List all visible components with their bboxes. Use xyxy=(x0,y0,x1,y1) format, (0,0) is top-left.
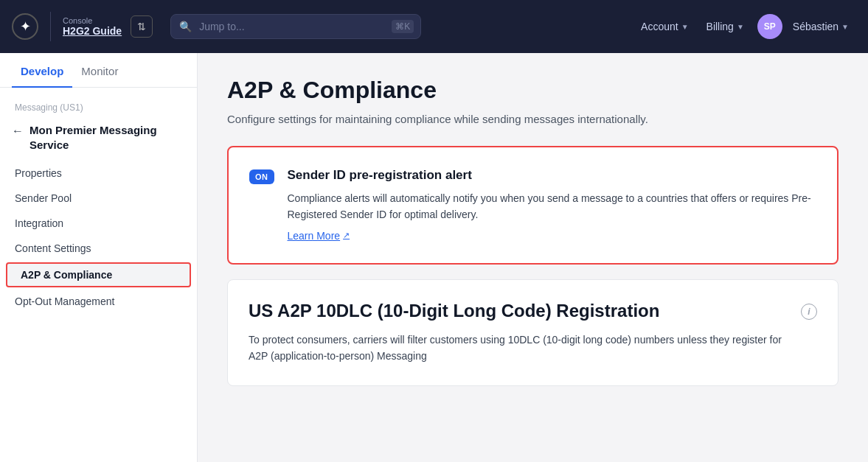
account-arrow-icon: ▼ xyxy=(681,23,689,31)
topnav: ✦ Console H2G2 Guide ⇅ 🔍 ⌘K Account ▼ Bi… xyxy=(0,0,868,53)
billing-label: Billing xyxy=(706,21,734,32)
a2p-body: To protect consumers, carriers will filt… xyxy=(249,332,801,365)
info-icon[interactable]: i xyxy=(801,304,817,320)
sender-id-title: Sender ID pre-registration alert xyxy=(288,168,817,183)
page-title: A2P & Compliance xyxy=(227,77,839,104)
console-label: Console xyxy=(63,16,122,25)
switcher-icon: ⇅ xyxy=(137,21,146,32)
sidebar-service: ← Mon Premier Messaging Service xyxy=(0,119,197,161)
user-avatar[interactable]: SP xyxy=(757,14,782,39)
sender-id-card-content: Sender ID pre-registration alert Complia… xyxy=(288,168,817,242)
back-arrow-icon[interactable]: ← xyxy=(12,125,24,138)
sidebar-item-opt-out[interactable]: Opt-Out Management xyxy=(0,289,197,314)
user-menu[interactable]: Sébastien ▼ xyxy=(785,16,856,37)
tab-monitor[interactable]: Monitor xyxy=(72,53,127,88)
sender-id-body: Compliance alerts will automatically not… xyxy=(288,190,817,223)
topnav-right: Account ▼ Billing ▼ SP Sébastien ▼ xyxy=(633,14,856,39)
user-arrow-icon: ▼ xyxy=(841,23,849,31)
sidebar-tabs: Develop Monitor xyxy=(0,53,197,88)
sender-id-card: ON Sender ID pre-registration alert Comp… xyxy=(227,146,839,265)
sidebar-section-label: Messaging (US1) xyxy=(0,88,197,119)
nav-divider xyxy=(50,12,51,41)
search-icon: 🔍 xyxy=(179,21,192,32)
sidebar-item-a2p-compliance[interactable]: A2P & Compliance xyxy=(6,262,191,287)
learn-more-label: Learn More xyxy=(288,230,341,242)
user-initials: SP xyxy=(764,21,776,32)
account-label: Account xyxy=(641,21,678,32)
sidebar-item-sender-pool[interactable]: Sender Pool xyxy=(0,186,197,211)
account-menu[interactable]: Account ▼ xyxy=(633,16,696,37)
sidebar-item-integration[interactable]: Integration xyxy=(0,211,197,236)
main-content: A2P & Compliance Configure settings for … xyxy=(198,53,868,462)
learn-more-link[interactable]: Learn More ↗ xyxy=(288,230,350,242)
brand-area: Console H2G2 Guide xyxy=(63,16,122,37)
search-bar: 🔍 ⌘K xyxy=(170,14,421,39)
project-switcher-button[interactable]: ⇅ xyxy=(131,15,153,38)
a2p-10dlc-card: US A2P 10DLC (10-Digit Long Code) Regist… xyxy=(227,279,839,386)
sidebar-nav: Properties Sender Pool Integration Conte… xyxy=(0,161,197,314)
sidebar-item-properties[interactable]: Properties xyxy=(0,161,197,186)
toggle-on[interactable]: ON xyxy=(249,169,274,184)
app-logo: ✦ xyxy=(12,13,38,40)
billing-menu[interactable]: Billing ▼ xyxy=(699,16,751,37)
tab-develop[interactable]: Develop xyxy=(12,53,72,88)
external-link-icon: ↗ xyxy=(343,231,350,240)
sidebar-item-content-settings[interactable]: Content Settings xyxy=(0,236,197,261)
a2p-title: US A2P 10DLC (10-Digit Long Code) Regist… xyxy=(249,301,801,321)
sidebar: Develop Monitor Messaging (US1) ← Mon Pr… xyxy=(0,53,198,462)
keyboard-shortcut-icon: ⌘K xyxy=(392,20,414,33)
page-subtitle: Configure settings for maintaining compl… xyxy=(227,113,839,125)
logo-icon: ✦ xyxy=(20,18,31,35)
project-name[interactable]: H2G2 Guide xyxy=(63,25,122,37)
user-name: Sébastien xyxy=(793,21,839,32)
service-name: Mon Premier Messaging Service xyxy=(29,124,157,151)
billing-arrow-icon: ▼ xyxy=(737,23,744,31)
search-input[interactable] xyxy=(170,14,421,39)
